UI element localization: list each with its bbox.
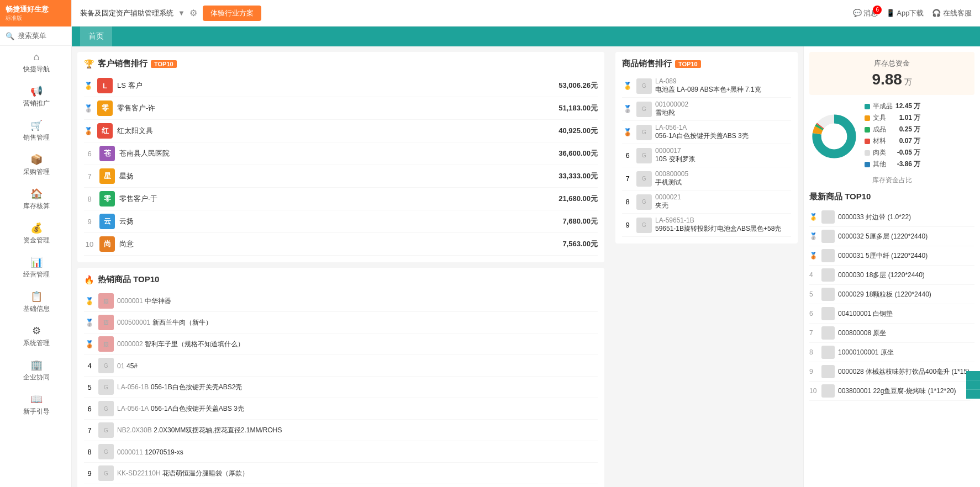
page-nav-item-home[interactable]: 首页 <box>80 27 112 46</box>
inventory-total-value: 9.88 <box>872 71 902 88</box>
rank-number: 7 <box>84 172 95 181</box>
legend-item: 成品 0.25 万 <box>865 125 920 134</box>
customer-rank-row: 10 尚 尚意 7,563.00元 <box>84 233 598 256</box>
customer-rank-row: 🥈 零 零售客户-许 51,183.00元 <box>84 97 598 120</box>
latest-goods-info: 10000100001 原坐 <box>838 348 974 357</box>
customer-avatar: 零 <box>99 191 115 207</box>
settings-icon[interactable]: ⚙ <box>189 8 197 18</box>
latest-goods-code: 000800008 <box>838 329 871 337</box>
sidebar-item-guide[interactable]: 📖新手引导 <box>0 388 71 422</box>
latest-goods-code: 10000100001 <box>838 348 878 356</box>
goods-info: 0000017 10S 变利罗浆 <box>655 147 791 164</box>
goods-code: 001000002 <box>655 100 791 108</box>
latest-goods-name: 22g鱼豆腐-烧烤味 (1*12*20) <box>873 387 956 395</box>
hot-goods-info: 0000001 中华神器 <box>117 297 598 306</box>
sidebar-item-inventory[interactable]: 🏠库存核算 <box>0 182 71 216</box>
legend-value: 12.45 万 <box>895 102 920 111</box>
hot-goods-image: G <box>98 379 114 395</box>
sidebar-item-sales[interactable]: 🛒销售管理 <box>0 114 71 148</box>
medal-icon: 🥇 <box>84 82 93 90</box>
latest-rank: 4 <box>809 271 818 279</box>
sidebar-search[interactable]: 🔍 搜索菜单 <box>0 27 71 46</box>
hot-goods-info: 0000011 12070519-xs <box>117 448 598 456</box>
hot-goods-image: 🖼 <box>98 315 114 330</box>
rank-number: 6 <box>84 150 95 158</box>
message-badge[interactable]: 💬 消息 6 <box>853 8 878 18</box>
legend-item: 材料 0.07 万 <box>865 136 920 146</box>
float-button-服务社区[interactable]: 服务社区 <box>966 380 980 389</box>
latest-goods-code: 0000033 <box>838 213 864 221</box>
goods-name: 手机测试 <box>655 178 791 187</box>
sidebar-item-operation[interactable]: 📊经营管理 <box>0 251 71 285</box>
medal-icon: 🥉 <box>84 127 93 135</box>
latest-goods-row: 10 003800001 22g鱼豆腐-烧烤味 (1*12*20) <box>809 382 974 401</box>
online-service[interactable]: 🎧 在线客服 <box>932 8 972 18</box>
legend-dot <box>865 162 870 167</box>
hot-goods-image: G <box>98 358 114 373</box>
goods-info: 0000021 夹壳 <box>655 193 791 210</box>
goods-name: 电池盖 LA-089 ABS本色+黑种 7.1克 <box>655 85 791 94</box>
trophy-icon: 🏆 <box>84 59 94 69</box>
latest-rank: 8 <box>809 348 818 356</box>
inventory-total: 库存总资金 9.88 万 <box>809 52 974 95</box>
operation-icon: 📊 <box>30 256 43 268</box>
hot-goods-info: 01 45# <box>117 362 598 370</box>
hot-goods-info: 0000002 智利车子里（规格不知道填什么） <box>117 340 598 349</box>
sidebar-item-label: 企业协同 <box>23 373 50 382</box>
latest-goods-row: 9 0000028 体械荔枝味苏打饮品400毫升 (1*15) <box>809 362 974 382</box>
goods-top10-badge: TOP10 <box>675 60 701 68</box>
hot-goods-info: KK-SD22110H 花语萌恒温分腿睡袋（厚款） <box>117 469 598 478</box>
sidebar-item-system[interactable]: ⚙系统管理 <box>0 319 71 353</box>
sidebar-item-purchase[interactable]: 📦采购管理 <box>0 148 71 182</box>
goods-code: LA-056-1A <box>655 124 791 131</box>
customer-amount: 51,183.00元 <box>559 103 598 113</box>
goods-ranking-panel: 商品销售排行 TOP10 🥇 G LA-089 电池盖 LA-089 ABS本色… <box>615 52 798 244</box>
company-icon: 🏢 <box>30 359 43 371</box>
goods-name: 夹壳 <box>655 201 791 210</box>
customer-rank-row: 🥇 L LS 客户 53,006.26元 <box>84 75 598 97</box>
sidebar-item-home[interactable]: ⌂快捷导航 <box>0 46 71 80</box>
search-button[interactable]: 🔍 搜索菜单 <box>6 31 66 41</box>
left-panel: 🏆 客户销售排行 TOP10 🥇 L LS 客户 53,006.26元 🥈 零 … <box>72 46 610 487</box>
hot-goods-name: 12070519-xs <box>145 448 183 456</box>
logo-sub: 标准版 <box>6 14 49 22</box>
sidebar-item-label: 经营管理 <box>23 270 50 279</box>
hot-rank-num: 🥉 <box>84 340 95 348</box>
goods-info: LA-056-1A 056-1A白色按键开关盖ABS 3壳 <box>655 124 791 141</box>
goods-rank-num: 🥉 <box>622 128 633 136</box>
customer-rank-row: 8 零 零售客户-于 21,680.00元 <box>84 188 598 210</box>
hot-goods-code: 0000011 <box>117 448 143 456</box>
new-goods-label: 最新商品 TOP10 <box>809 192 871 202</box>
goods-rank-row: 🥉 G LA-056-1A 056-1A白色按键开关盖ABS 3壳 <box>622 121 791 144</box>
hot-goods-row: 4 G 01 45# <box>84 355 598 377</box>
customer-amount: 21,680.00元 <box>559 194 598 204</box>
latest-goods-list: 🥇 0000033 封边带 (1.0*22) 🥈 0000032 5厘多层 (1… <box>809 208 974 401</box>
legend-dot <box>865 115 870 121</box>
legend-label: 半成品 <box>873 102 893 111</box>
sidebar-nav: ⌂快捷导航📢营销推广🛒销售管理📦采购管理🏠库存核算💰资金管理📊经营管理📋基础信息… <box>0 46 71 487</box>
goods-image: G <box>636 78 652 94</box>
search-icon: 🔍 <box>6 32 14 40</box>
float-button-客服热线[interactable]: 客服热线 <box>966 371 980 380</box>
hot-goods-list: 🥇 🖼 0000001 中华神器 🥈 🖼 000500001 新西兰牛肉（新牛）… <box>84 290 598 484</box>
goods-image: G <box>636 194 652 210</box>
float-button-直播[interactable]: 直播 <box>966 389 980 399</box>
mobile-icon: 📱 <box>886 9 895 17</box>
sidebar-item-finance[interactable]: 💰资金管理 <box>0 216 71 251</box>
customer-rank-row: 7 星 星扬 33,333.00元 <box>84 165 598 188</box>
goods-rank-num: 🥈 <box>622 105 633 113</box>
app-download[interactable]: 📱 App下载 <box>886 8 924 18</box>
sidebar-item-company[interactable]: 🏢企业协同 <box>0 353 71 388</box>
middle-panel: 商品销售排行 TOP10 🥇 G LA-089 电池盖 LA-089 ABS本色… <box>610 46 803 487</box>
customer-avatar: L <box>97 78 113 93</box>
latest-goods-name: 5厘中纤 (1220*2440) <box>866 252 928 260</box>
main-area: 装备及固定资产辅助管理系统 ▼ ⚙ 体验行业方案 💬 消息 6 📱 App下载 … <box>72 0 980 487</box>
trial-button[interactable]: 体验行业方案 <box>203 6 261 21</box>
sidebar-item-basic[interactable]: 📋基础信息 <box>0 285 71 319</box>
latest-rank: 7 <box>809 329 818 337</box>
chart-label: 库存资金占比 <box>809 176 974 185</box>
sidebar-item-marketing[interactable]: 📢营销推广 <box>0 80 71 114</box>
customer-avatar: 红 <box>97 123 113 139</box>
hot-goods-row: 7 G NB2.0X30B 2.0X30MM双摆花轴,摆花直径2.1MM/ROH… <box>84 420 598 441</box>
topbar-right: 💬 消息 6 📱 App下载 🎧 在线客服 <box>853 8 972 18</box>
